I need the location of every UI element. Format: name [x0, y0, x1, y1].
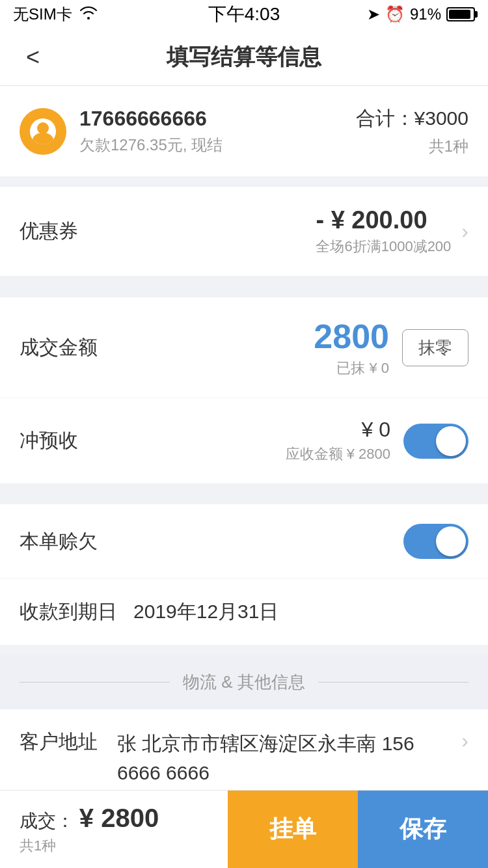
prepayment-amounts: ¥ 0 应收金额 ¥ 2800 [286, 418, 390, 464]
save-button[interactable]: 保存 [358, 791, 488, 868]
bottom-deal-count: 共1种 [20, 836, 208, 856]
section-divider-1 [0, 277, 488, 287]
divider-line-right [318, 682, 468, 683]
debt-toggle[interactable] [403, 524, 468, 559]
coupon-label: 优惠券 [20, 218, 78, 245]
status-left: 无SIM卡 [13, 4, 98, 25]
customer-info: 17666666666 欠款1276.35元, 现结 [79, 107, 223, 156]
duedate-label: 收款到期日 [20, 601, 117, 622]
amount-value: 2800 [314, 317, 389, 356]
coupon-chevron-icon: › [461, 219, 468, 243]
customer-left: 17666666666 欠款1276.35元, 现结 [20, 107, 223, 156]
status-bar: 无SIM卡 下午4:03 ➤ ⏰ 91% [0, 0, 488, 29]
back-button[interactable]: < [20, 37, 46, 77]
page-title: 填写结算等信息 [167, 42, 321, 72]
duedate-content: 收款到期日 2019年12月31日 [20, 601, 279, 622]
bottom-bar: 成交： ¥ 2800 共1种 挂单 保存 [0, 790, 488, 868]
address-value: 张 北京市市辖区海淀区永丰南 156 6666 6666 [117, 729, 461, 787]
section-divider-2 [0, 483, 488, 494]
address-chevron-icon: › [461, 729, 468, 753]
amount-section: 成交金额 2800 已抹 ¥ 0 抹零 冲预收 ¥ 0 应收金额 ¥ 2800 [0, 297, 488, 483]
amount-row: 成交金额 2800 已抹 ¥ 0 抹零 [0, 297, 488, 398]
customer-card: 17666666666 欠款1276.35元, 现结 合计：¥3000 共1种 [0, 86, 488, 176]
coupon-discount: - ¥ 200.00 [316, 206, 451, 234]
logistics-divider: 物流 & 其他信息 [0, 655, 488, 709]
coupon-desc: 全场6折满1000减200 [316, 237, 451, 256]
battery-fill [449, 10, 470, 19]
amount-label: 成交金额 [20, 334, 98, 361]
prepayment-row: 冲预收 ¥ 0 应收金额 ¥ 2800 [0, 398, 488, 483]
debt-row: 本单赊欠 [0, 504, 488, 578]
coupon-right: - ¥ 200.00 全场6折满1000减200 › [316, 206, 468, 256]
prepayment-right: ¥ 0 应收金额 ¥ 2800 [286, 418, 468, 464]
debt-label: 本单赊欠 [20, 528, 98, 555]
logistics-label: 物流 & 其他信息 [183, 671, 305, 694]
debt-toggle-knob [436, 526, 466, 556]
customer-count: 共1种 [356, 136, 468, 157]
avatar [20, 108, 66, 155]
toggle-knob [436, 426, 466, 456]
coupon-value-block: - ¥ 200.00 全场6折满1000减200 [316, 206, 451, 256]
battery-percent: 91% [410, 5, 441, 23]
customer-debt: 欠款1276.35元, 现结 [79, 135, 223, 156]
bottom-deal-line: 成交： ¥ 2800 [20, 804, 208, 834]
prepayment-label: 冲预收 [20, 427, 78, 454]
bottom-info: 成交： ¥ 2800 共1种 [0, 791, 228, 868]
coupon-row[interactable]: 优惠券 - ¥ 200.00 全场6折满1000减200 › [0, 187, 488, 277]
status-time: 下午4:03 [208, 2, 280, 27]
wifi-icon [79, 5, 98, 23]
customer-total: 合计：¥3000 [356, 105, 468, 132]
bottom-deal-amount: ¥ 2800 [79, 804, 159, 832]
prepayment-toggle[interactable] [403, 424, 468, 459]
prepayment-value: ¥ 0 [286, 418, 390, 442]
status-right: ➤ ⏰ 91% [367, 5, 475, 23]
customer-phone: 17666666666 [79, 107, 223, 131]
nav-bar: < 填写结算等信息 [0, 29, 488, 86]
avatar-icon [30, 118, 56, 144]
bottom-deal-label: 成交： [20, 811, 74, 831]
location-icon: ➤ [367, 5, 380, 23]
battery-icon [446, 7, 475, 21]
duedate-value: 2019年12月31日 [133, 601, 278, 622]
content-area: 17666666666 欠款1276.35元, 现结 合计：¥3000 共1种 … [0, 86, 488, 868]
carrier-text: 无SIM卡 [13, 4, 72, 25]
prepayment-sub: 应收金额 ¥ 2800 [286, 444, 390, 464]
hold-button[interactable]: 挂单 [228, 791, 358, 868]
divider-line-left [20, 682, 170, 683]
amount-value-block: 2800 已抹 ¥ 0 [314, 317, 389, 378]
customer-right: 合计：¥3000 共1种 [356, 105, 468, 157]
amount-sub: 已抹 ¥ 0 [314, 359, 389, 378]
address-label: 客户地址 [20, 729, 98, 755]
round-button[interactable]: 抹零 [402, 329, 468, 366]
duedate-row: 收款到期日 2019年12月31日 [0, 578, 488, 645]
amount-right: 2800 已抹 ¥ 0 抹零 [314, 317, 468, 378]
alarm-icon: ⏰ [385, 5, 405, 23]
